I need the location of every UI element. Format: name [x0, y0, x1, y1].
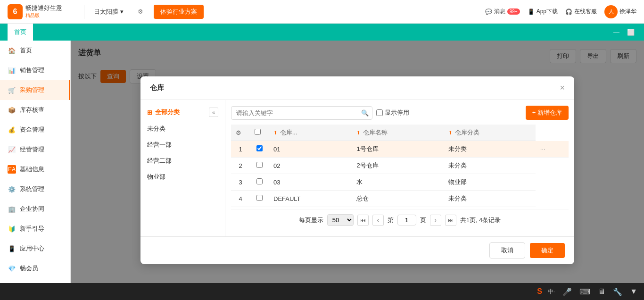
maximize-icon[interactable]: ⬜ [625, 27, 636, 38]
service-group[interactable]: 🎧 在线客服 [565, 8, 597, 16]
message-label: 消息 [494, 8, 505, 16]
logo-title: 畅捷通好生意 [25, 4, 62, 12]
row-code: DEFAULT [269, 191, 352, 207]
page-word: 第 [388, 216, 394, 225]
app-download-group[interactable]: 📱 App下载 [528, 8, 558, 16]
first-page-button[interactable]: ⏮ [357, 215, 369, 226]
sidebar-label-home: 首页 [20, 46, 32, 55]
operation-icon: 📈 [8, 145, 16, 154]
logo-sub: 精品版 [25, 12, 62, 19]
modal-toolbar: 🔍 显示停用 + 新增仓库 [231, 106, 569, 120]
trial-button[interactable]: 体验行业方案 [154, 5, 204, 19]
monitor-icon[interactable]: 🖥 [596, 287, 607, 296]
search-input[interactable] [231, 106, 372, 120]
row-name: 水 [352, 174, 444, 191]
category-all-label: 全部分类 [155, 108, 180, 117]
row-checkbox-cell [250, 158, 269, 174]
category-item-ops2[interactable]: 经营二部 [140, 153, 225, 169]
category-item-unclassified[interactable]: 未分类 [140, 121, 225, 137]
wrench-icon[interactable]: 🔧 [611, 287, 624, 296]
chevron-down-icon: ▾ [120, 8, 124, 15]
page-total-info: 共1页, 4条记录 [460, 216, 501, 225]
message-icon: 💬 [485, 8, 492, 15]
sidebar-item-newbie[interactable]: 🔰 新手引导 [0, 219, 70, 239]
member-icon: 💎 [8, 264, 16, 273]
sidebar-item-system[interactable]: ⚙️ 系统管理 [0, 179, 70, 199]
select-all-checkbox[interactable] [255, 129, 261, 135]
add-warehouse-button[interactable]: + 新增仓库 [526, 106, 569, 120]
sidebar-label-system: 系统管理 [20, 185, 44, 193]
sidebar-item-finance[interactable]: 💰 资金管理 [0, 120, 70, 140]
sub-header-right: — ⬜ [611, 27, 636, 38]
next-page-button[interactable]: › [430, 215, 441, 226]
row-checkbox[interactable] [256, 145, 263, 151]
sidebar-item-home[interactable]: 🏠 首页 [0, 41, 70, 60]
category-item-property[interactable]: 物业部 [140, 169, 225, 185]
app-label: App下载 [537, 8, 558, 16]
keyboard-icon[interactable]: ⌨ [578, 287, 592, 296]
sort-icon-name: ⬆ [356, 130, 360, 135]
col-header-check [250, 125, 269, 141]
sidebar-label-member: 畅会员 [20, 264, 38, 273]
row-name: 2号仓库 [352, 158, 444, 174]
top-header: 6 畅捷通好生意 精品版 日太阳膜 ▾ ⚙ 体验行业方案 💬 消息 99+ 📱 … [0, 0, 644, 24]
last-page-button[interactable]: ⏭ [445, 215, 456, 226]
mic-icon[interactable]: 🎤 [561, 287, 574, 296]
row-actions[interactable]: ··· [536, 141, 569, 158]
confirm-button[interactable]: 确定 [530, 243, 565, 258]
subnav-home[interactable]: 首页 [8, 24, 33, 41]
main-layout: 🏠 首页 📊 销售管理 🛒 采购管理 📦 库存核查 💰 资金管理 📈 经营管理 … [0, 41, 644, 300]
table-row[interactable]: 4 DEFAULT 总仓 未分类 [231, 191, 569, 207]
show-disabled-checkbox[interactable] [376, 109, 383, 116]
row-checkbox[interactable] [256, 162, 263, 168]
sidebar-label-purchase: 采购管理 [20, 86, 44, 94]
col-header-name[interactable]: ⬆ 仓库名称 [352, 125, 444, 141]
minimize-icon[interactable]: — [611, 27, 621, 38]
cancel-button[interactable]: 取消 [489, 242, 525, 258]
store-name: 日太阳膜 [94, 8, 118, 16]
table-row[interactable]: 2 02 2号仓库 未分类 [231, 158, 569, 174]
sidebar-item-purchase[interactable]: 🛒 采购管理 [0, 80, 70, 100]
category-item-ops1[interactable]: 经营一部 [140, 137, 225, 153]
category-all[interactable]: ⊞ 全部分类 « [140, 104, 225, 121]
row-checkbox[interactable] [256, 195, 263, 201]
col-header-code[interactable]: ⬆ 仓库... [269, 125, 352, 141]
pagination-bar: 每页显示 50 100 ⏮ ‹ 第 页 › ⏭ 共 [231, 209, 569, 231]
row-checkbox-cell [250, 174, 269, 191]
row-checkbox[interactable] [256, 178, 263, 184]
collapse-button[interactable]: « [209, 108, 218, 117]
row-dots-icon[interactable]: ··· [540, 145, 545, 152]
sidebar-label-operation: 经营管理 [20, 145, 44, 154]
modal-close-button[interactable]: × [560, 83, 565, 93]
message-group[interactable]: 💬 消息 99+ [485, 8, 520, 16]
sidebar-item-member[interactable]: 💎 畅会员 [0, 258, 70, 278]
sidebar-item-apps[interactable]: 📱 应用中心 [0, 239, 70, 258]
prev-page-button[interactable]: ‹ [372, 215, 384, 226]
sidebar-item-basic[interactable]: EA 基础信息 [0, 159, 70, 179]
table-row[interactable]: 1 01 1号仓库 未分类 ··· [231, 141, 569, 158]
col-header-gear[interactable]: ⚙ [231, 125, 250, 141]
sidebar-item-inventory[interactable]: 📦 库存核查 [0, 100, 70, 120]
sales-icon: 📊 [8, 66, 16, 75]
sidebar-item-sales[interactable]: 📊 销售管理 [0, 60, 70, 80]
search-icon[interactable]: 🔍 [361, 109, 369, 117]
table-row[interactable]: 3 03 水 物业部 [231, 174, 569, 191]
store-selector[interactable]: 日太阳膜 ▾ [90, 6, 127, 18]
row-code: 01 [269, 141, 352, 158]
sidebar-item-operation[interactable]: 📈 经营管理 [0, 140, 70, 159]
expand-icon[interactable]: ▼ [628, 287, 639, 296]
sidebar-label-enterprise: 企业协同 [20, 205, 44, 213]
search-wrap: 🔍 [231, 106, 372, 120]
per-page-select[interactable]: 50 100 [327, 214, 354, 226]
modal-title: 仓库 [150, 83, 164, 92]
col-header-category[interactable]: ⬆ 仓库分类 [444, 125, 536, 141]
user-name: 徐泽华 [619, 8, 636, 16]
page-unit: 页 [420, 216, 426, 225]
settings-icon[interactable]: ⚙ [133, 4, 148, 19]
page-number-input[interactable] [397, 215, 416, 225]
sidebar-item-enterprise[interactable]: 🏢 企业协同 [0, 199, 70, 219]
lang-icon[interactable]: 中· [546, 288, 557, 296]
user-group[interactable]: 人 徐泽华 [604, 5, 636, 18]
sidebar: 🏠 首页 📊 销售管理 🛒 采购管理 📦 库存核查 💰 资金管理 📈 经营管理 … [0, 41, 71, 300]
warehouse-table: ⚙ ⬆ 仓库... [231, 125, 569, 207]
